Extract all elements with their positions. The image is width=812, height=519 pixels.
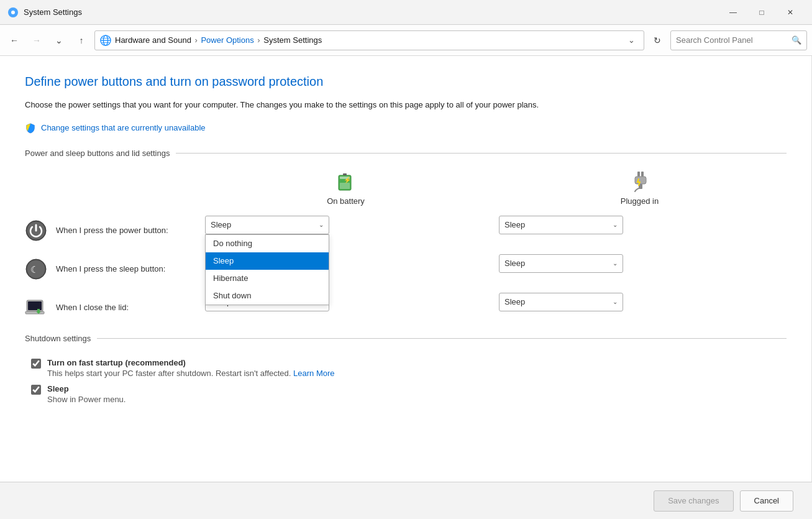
dropdown-option-do-nothing[interactable]: Do nothing xyxy=(206,235,329,252)
lid-icon xyxy=(25,296,47,319)
svg-rect-14 xyxy=(635,177,646,184)
minimize-button[interactable]: — xyxy=(719,2,747,22)
power-button-label-cell: When I press the power button: xyxy=(25,216,199,242)
save-changes-button[interactable]: Save changes xyxy=(654,490,733,512)
svg-rect-23 xyxy=(25,311,44,314)
change-settings-row: Change settings that are currently unava… xyxy=(25,122,787,134)
fast-startup-learn-more-link[interactable]: Learn More xyxy=(293,369,334,378)
up-button[interactable]: ↑ xyxy=(72,31,91,50)
shield-icon xyxy=(25,122,36,134)
bottom-bar: Save changes Cancel xyxy=(0,482,812,519)
sleep-button-label-cell: ☾ When I press the sleep button: xyxy=(25,254,199,280)
titlebar-left: System Settings xyxy=(7,7,82,18)
navbar: ← → ⌄ ↑ Hardware and Sound › Power Optio… xyxy=(0,25,812,56)
address-dropdown-button[interactable]: ⌄ xyxy=(624,33,639,48)
power-battery-dropdown-value: Sleep xyxy=(211,220,231,229)
maximize-button[interactable]: □ xyxy=(747,2,776,22)
page-description: Choose the power settings that you want … xyxy=(25,99,553,111)
search-icon: 🔍 xyxy=(791,35,801,45)
fast-startup-row: Turn on fast startup (recommended) This … xyxy=(25,358,787,378)
close-button[interactable]: ✕ xyxy=(776,2,805,22)
shutdown-section-line xyxy=(97,338,787,339)
sleep-plugged-dropdown-value: Sleep xyxy=(504,259,525,268)
column-headers: ⚡ On battery Plugged in xyxy=(25,170,787,206)
col-header-plugged: Plugged in xyxy=(493,170,787,206)
svg-text:☾: ☾ xyxy=(30,264,39,275)
dropdown-option-hibernate[interactable]: Hibernate xyxy=(206,270,329,287)
sleep-button-icon: ☾ xyxy=(25,258,47,280)
change-settings-link[interactable]: Change settings that are currently unava… xyxy=(41,123,206,132)
lid-label: When I close the lid: xyxy=(56,303,129,312)
window-title: System Settings xyxy=(24,7,82,17)
main-content: Define power buttons and turn on passwor… xyxy=(0,56,812,482)
page-title: Define power buttons and turn on passwor… xyxy=(25,75,787,89)
lid-plugged-dropdown-cell: Sleep ⌄ xyxy=(493,293,787,311)
sleep-plugged-dropdown-cell: Sleep ⌄ xyxy=(493,254,787,273)
col-plugged-label: Plugged in xyxy=(621,196,659,206)
svg-rect-8 xyxy=(343,173,347,175)
power-battery-dropdown-popup: Do nothing Sleep Hibernate Shut down xyxy=(205,234,329,305)
sleep-button-row: ☾ When I press the sleep button: Sleep ⌄… xyxy=(25,254,787,280)
sleep-plugged-arrow-icon: ⌄ xyxy=(613,260,618,267)
breadcrumb: Hardware and Sound › Power Options › Sys… xyxy=(115,35,620,45)
sleep-shutdown-checkbox[interactable] xyxy=(31,385,41,395)
titlebar: System Settings — □ ✕ xyxy=(0,0,812,25)
sleep-plugged-dropdown[interactable]: Sleep ⌄ xyxy=(499,254,623,273)
cancel-button[interactable]: Cancel xyxy=(740,490,793,512)
fast-startup-desc: This helps start your PC faster after sh… xyxy=(47,369,335,378)
app-icon xyxy=(7,7,19,18)
power-plugged-dropdown-value: Sleep xyxy=(504,220,525,229)
dropdown-plugged-arrow-icon: ⌄ xyxy=(613,221,618,228)
dropdown-option-shut-down[interactable]: Shut down xyxy=(206,287,329,305)
power-button-icon xyxy=(25,219,47,242)
fast-startup-label: Turn on fast startup (recommended) xyxy=(47,358,335,367)
lid-plugged-arrow-icon: ⌄ xyxy=(613,298,618,305)
refresh-button[interactable]: ↻ xyxy=(648,31,667,50)
sleep-shutdown-label-group: Sleep Show in Power menu. xyxy=(47,384,125,404)
power-button-label: When I press the power button: xyxy=(56,226,168,235)
power-sleep-section-header: Power and sleep buttons and lid settings xyxy=(25,149,787,158)
back-button[interactable]: ← xyxy=(5,31,24,50)
search-box: 🔍 xyxy=(670,30,807,50)
address-bar[interactable]: Hardware and Sound › Power Options › Sys… xyxy=(94,30,644,50)
search-input[interactable] xyxy=(676,35,788,45)
svg-rect-22 xyxy=(28,301,42,310)
sleep-shutdown-desc: Show in Power menu. xyxy=(47,395,125,404)
power-plugged-dropdown-cell: Sleep ⌄ xyxy=(493,216,787,234)
lid-label-cell: When I close the lid: xyxy=(25,293,199,319)
fast-startup-label-group: Turn on fast startup (recommended) This … xyxy=(47,358,335,378)
shutdown-section-header: Shutdown settings xyxy=(25,334,787,343)
col-battery-label: On battery xyxy=(327,196,365,206)
lid-row: When I close the lid: Sleep ⌄ Sleep ⌄ xyxy=(25,293,787,319)
sleep-shutdown-label: Sleep xyxy=(47,384,125,393)
svg-text:⚡: ⚡ xyxy=(344,176,352,184)
power-sleep-section-label: Power and sleep buttons and lid settings xyxy=(25,149,170,158)
dropdown-option-sleep[interactable]: Sleep xyxy=(206,252,329,270)
lid-plugged-dropdown[interactable]: Sleep ⌄ xyxy=(499,293,623,311)
svg-rect-9 xyxy=(340,183,350,189)
col-header-battery: ⚡ On battery xyxy=(199,170,493,206)
lid-plugged-dropdown-value: Sleep xyxy=(504,297,525,306)
battery-icon: ⚡ xyxy=(335,170,357,193)
sleep-button-label: When I press the sleep button: xyxy=(56,264,165,273)
power-battery-dropdown[interactable]: Sleep ⌄ xyxy=(205,216,329,234)
globe-icon xyxy=(100,35,111,46)
svg-point-1 xyxy=(11,11,15,14)
window-controls: — □ ✕ xyxy=(719,2,805,22)
recent-button[interactable]: ⌄ xyxy=(50,31,68,50)
sleep-shutdown-row: Sleep Show in Power menu. xyxy=(25,384,787,404)
dropdown-arrow-icon: ⌄ xyxy=(319,221,324,228)
plug-icon xyxy=(629,170,651,193)
power-plugged-dropdown[interactable]: Sleep ⌄ xyxy=(499,216,623,234)
forward-button: → xyxy=(27,31,46,50)
shutdown-section-label: Shutdown settings xyxy=(25,334,91,343)
power-button-row: When I press the power button: Sleep ⌄ D… xyxy=(25,216,787,242)
power-battery-dropdown-cell: Sleep ⌄ Do nothing Sleep Hibernate Shut … xyxy=(199,216,493,234)
svg-rect-13 xyxy=(641,172,644,177)
svg-rect-12 xyxy=(637,172,640,177)
section-line xyxy=(176,153,787,154)
fast-startup-checkbox[interactable] xyxy=(31,359,41,369)
